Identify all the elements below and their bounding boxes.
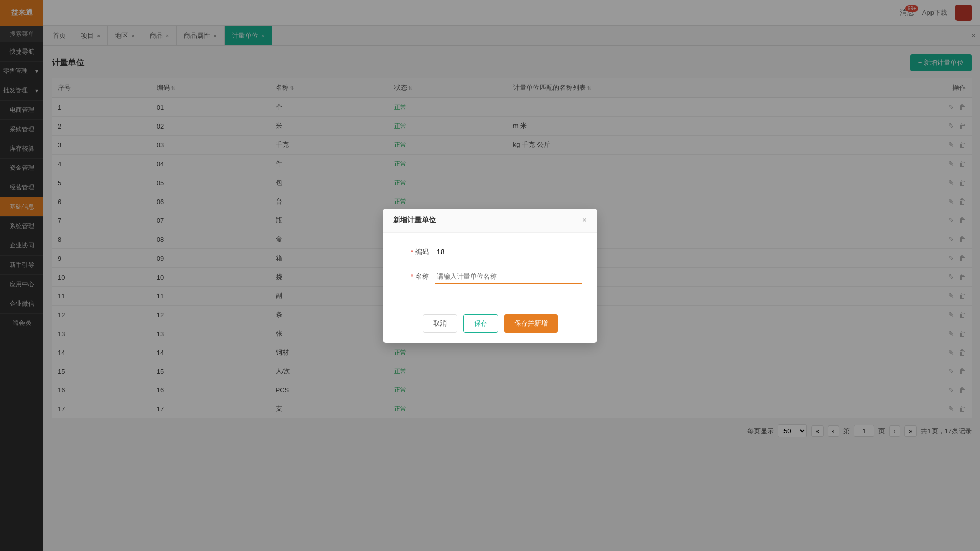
save-new-button[interactable]: 保存并新增 bbox=[504, 314, 558, 333]
modal-close-button[interactable]: × bbox=[582, 216, 587, 225]
save-button[interactable]: 保存 bbox=[463, 314, 498, 333]
modal-body: *编码 *名称 bbox=[383, 233, 597, 306]
modal-title: 新增计量单位 bbox=[393, 216, 436, 225]
code-label: *编码 bbox=[398, 247, 429, 257]
name-label: *名称 bbox=[398, 272, 429, 281]
modal-footer: 取消 保存 保存并新增 bbox=[383, 306, 597, 343]
modal-overlay[interactable]: 新增计量单位 × *编码 *名称 取消 保存 保存并新增 bbox=[0, 0, 980, 551]
name-input[interactable] bbox=[435, 269, 582, 284]
code-input[interactable] bbox=[435, 245, 582, 259]
name-field-row: *名称 bbox=[398, 269, 582, 284]
code-field-row: *编码 bbox=[398, 245, 582, 259]
cancel-button[interactable]: 取消 bbox=[423, 314, 457, 333]
modal-header: 新增计量单位 × bbox=[383, 209, 597, 233]
add-unit-modal: 新增计量单位 × *编码 *名称 取消 保存 保存并新增 bbox=[383, 209, 597, 343]
